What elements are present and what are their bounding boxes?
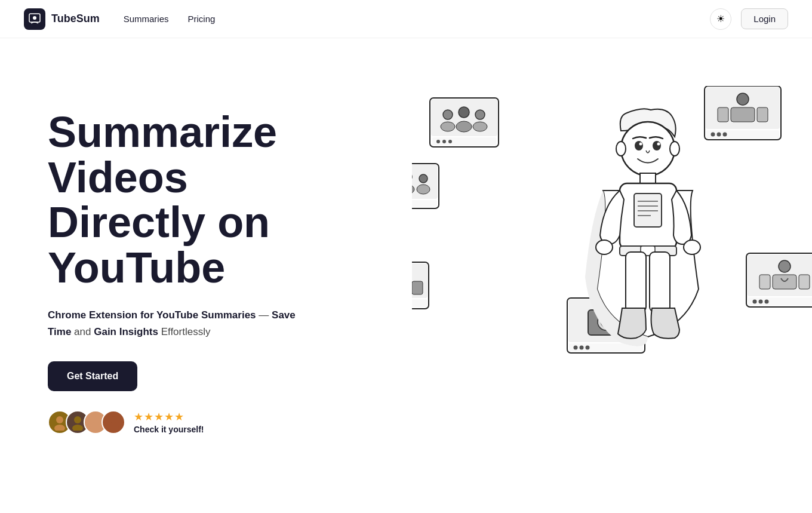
svg-rect-58 xyxy=(759,275,770,289)
svg-point-15 xyxy=(441,122,455,131)
svg-point-13 xyxy=(459,107,469,118)
svg-point-17 xyxy=(473,122,487,131)
svg-point-62 xyxy=(759,300,763,304)
logo[interactable]: TubeSum xyxy=(24,8,100,30)
logo-icon xyxy=(24,8,45,30)
svg-rect-84 xyxy=(634,193,662,227)
hero-left: Summarize Videos Directly on YouTube Chr… xyxy=(48,74,334,513)
svg-point-77 xyxy=(653,141,661,150)
svg-point-46 xyxy=(737,93,749,105)
svg-point-72 xyxy=(574,346,578,350)
hero-subtitle: Chrome Extension for YouTube Summaries —… xyxy=(48,307,299,339)
navbar-left: TubeSum Summaries Pricing xyxy=(24,8,215,30)
svg-rect-40 xyxy=(412,299,427,307)
navbar: TubeSum Summaries Pricing ☀ Login xyxy=(0,0,812,38)
svg-point-12 xyxy=(443,110,453,119)
svg-point-91 xyxy=(596,240,613,254)
svg-point-79 xyxy=(657,143,660,146)
svg-point-3 xyxy=(54,425,65,431)
svg-point-29 xyxy=(417,185,430,194)
subtitle-strong-1: Chrome Extension for YouTube Summaries xyxy=(48,309,256,321)
svg-rect-18 xyxy=(432,137,496,146)
svg-point-61 xyxy=(753,300,757,304)
svg-point-6 xyxy=(92,416,99,423)
svg-point-52 xyxy=(717,133,721,137)
social-proof: ★★★★★ Check it yourself! xyxy=(48,410,334,434)
avatars xyxy=(48,410,125,434)
svg-point-21 xyxy=(448,140,452,143)
hero-section: Summarize Videos Directly on YouTube Chr… xyxy=(0,38,812,513)
svg-rect-93 xyxy=(626,252,646,312)
svg-point-73 xyxy=(580,346,584,350)
svg-rect-47 xyxy=(731,107,755,122)
svg-point-4 xyxy=(74,416,81,423)
svg-rect-60 xyxy=(748,297,812,306)
svg-point-75 xyxy=(621,122,675,176)
nav-item-pricing[interactable]: Pricing xyxy=(188,14,216,24)
svg-point-5 xyxy=(72,425,83,431)
navbar-right: ☀ Login xyxy=(710,8,788,30)
subtitle-strong-3: Gain Insights xyxy=(94,326,158,337)
svg-point-80 xyxy=(616,142,626,156)
svg-rect-49 xyxy=(757,107,768,122)
svg-point-8 xyxy=(110,416,117,423)
svg-point-19 xyxy=(436,140,440,143)
nav-links: Summaries Pricing xyxy=(124,14,216,24)
theme-toggle-button[interactable]: ☀ xyxy=(710,8,731,30)
svg-point-92 xyxy=(684,240,700,254)
svg-point-9 xyxy=(108,425,119,431)
svg-point-14 xyxy=(475,110,485,119)
hero-title: Summarize Videos Directly on YouTube xyxy=(48,110,334,290)
proof-label: Check it yourself! xyxy=(134,425,204,434)
subtitle-sep: — xyxy=(259,309,272,321)
svg-point-56 xyxy=(779,260,791,272)
svg-point-16 xyxy=(456,121,472,132)
svg-point-1 xyxy=(33,16,36,20)
hero-illustration-area xyxy=(334,74,776,513)
sun-icon: ☀ xyxy=(716,13,725,24)
svg-rect-48 xyxy=(718,107,728,122)
login-button[interactable]: Login xyxy=(741,8,788,29)
svg-rect-59 xyxy=(799,275,810,289)
subtitle-mid: and xyxy=(74,326,94,337)
svg-point-26 xyxy=(419,174,427,183)
svg-point-53 xyxy=(723,133,727,137)
svg-point-2 xyxy=(56,416,63,423)
avatar-4 xyxy=(102,410,125,434)
svg-rect-30 xyxy=(412,200,437,207)
brand-name: TubeSum xyxy=(51,13,100,25)
svg-rect-39 xyxy=(412,281,423,294)
social-proof-text: ★★★★★ Check it yourself! xyxy=(134,410,204,434)
svg-point-7 xyxy=(90,425,101,431)
nav-item-summaries[interactable]: Summaries xyxy=(124,14,169,24)
svg-point-78 xyxy=(639,143,642,146)
svg-point-20 xyxy=(442,140,446,143)
get-started-button[interactable]: Get Started xyxy=(48,361,137,391)
svg-point-76 xyxy=(635,141,643,150)
svg-point-81 xyxy=(670,142,679,156)
svg-point-74 xyxy=(586,346,590,350)
hero-svg xyxy=(412,86,812,492)
svg-rect-94 xyxy=(650,252,670,312)
svg-point-51 xyxy=(711,133,715,137)
svg-point-63 xyxy=(765,300,769,304)
star-rating: ★★★★★ xyxy=(134,410,204,423)
subtitle-end: Effortlessly xyxy=(161,326,211,337)
